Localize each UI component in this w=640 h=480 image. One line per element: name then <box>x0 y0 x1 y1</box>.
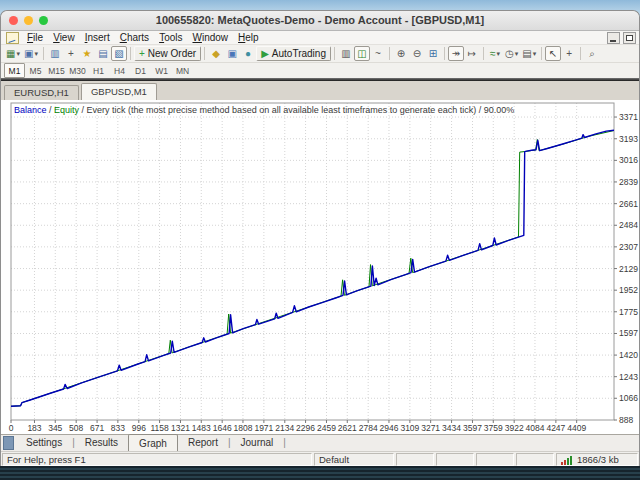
period-m5[interactable]: M5 <box>25 63 46 78</box>
svg-text:4247: 4247 <box>546 423 565 433</box>
menu-file[interactable]: File <box>22 32 48 43</box>
menu-charts[interactable]: Charts <box>115 32 154 43</box>
experts-button[interactable]: ▣ <box>224 46 240 61</box>
period-m30[interactable]: M30 <box>67 63 88 78</box>
main-toolbar: ▦▾▣▾▥+★▤▧+New Order◆▣●▶AutoTrading▥◫~⊕⊖⊞… <box>1 45 639 63</box>
svg-text:1808: 1808 <box>234 423 253 433</box>
status-traffic-text: 1866/3 kb <box>577 454 619 465</box>
period-d1[interactable]: D1 <box>130 63 151 78</box>
svg-text:3922: 3922 <box>505 423 524 433</box>
tab-results[interactable]: Results <box>75 435 128 451</box>
chart-shift-button[interactable]: ↦ <box>464 46 480 61</box>
menu-bar: FileViewInsertChartsToolsWindowHelp <box>1 31 639 45</box>
svg-text:3271: 3271 <box>421 423 440 433</box>
metaeditor-button[interactable]: ◆ <box>208 46 224 61</box>
menu-window[interactable]: Window <box>187 32 233 43</box>
cursor-button[interactable]: ↖ <box>545 46 561 61</box>
navigator-button[interactable]: ★ <box>79 46 95 61</box>
new-chart-button[interactable]: ▦▾ <box>4 46 22 61</box>
magnifier-button[interactable]: ⌕ <box>584 46 600 61</box>
chart-tab-gbpusd-m1[interactable]: GBPUSD,M1 <box>81 83 157 100</box>
terminal-button[interactable]: ▤ <box>95 46 111 61</box>
chevron-down-icon[interactable]: ▾ <box>496 50 500 57</box>
chevron-down-icon[interactable]: ▾ <box>533 50 537 57</box>
status-empty-cell <box>436 453 474 466</box>
svg-text:3193: 3193 <box>619 134 638 144</box>
svg-text:2459: 2459 <box>317 423 336 433</box>
tile-windows-button[interactable]: ⊞ <box>425 46 441 61</box>
minimize-button[interactable] <box>24 16 33 25</box>
menu-tools[interactable]: Tools <box>154 32 187 43</box>
zoom-out-button[interactable]: ⊖ <box>409 46 425 61</box>
status-empty-cell <box>476 453 514 466</box>
data-window-button[interactable]: + <box>63 46 79 61</box>
mdi-minimize-icon[interactable] <box>607 32 620 44</box>
profiles-button[interactable]: ▣▾ <box>22 46 40 61</box>
menu-view[interactable]: View <box>48 32 80 43</box>
period-h4[interactable]: H4 <box>109 63 130 78</box>
tester-graph: 0183345508671833996115813211483164618081… <box>1 100 640 434</box>
chart-tab-eurusd-h1[interactable]: EURUSD,H1 <box>4 85 79 100</box>
status-connection: 1866/3 kb <box>556 453 638 466</box>
tab-report[interactable]: Report <box>178 435 228 451</box>
period-h1[interactable]: H1 <box>88 63 109 78</box>
svg-text:3759: 3759 <box>484 423 503 433</box>
zoom-button[interactable] <box>39 16 48 25</box>
period-w1[interactable]: W1 <box>151 63 172 78</box>
templates-button[interactable]: ▤▾ <box>520 46 538 61</box>
profiles-icon: ▣ <box>24 49 33 59</box>
period-m15[interactable]: M15 <box>46 63 67 78</box>
svg-text:2946: 2946 <box>380 423 399 433</box>
market-watch-button[interactable]: ▥ <box>47 46 63 61</box>
tester-tab-bar: Settings|ResultsGraphReport|Journal| <box>1 434 639 451</box>
market-watch-icon: ▥ <box>50 49 59 59</box>
status-help-text: For Help, press F1 <box>2 453 312 466</box>
navigator-icon: ★ <box>82 49 91 59</box>
auto-scroll-icon: ↠ <box>452 49 460 59</box>
period-mn[interactable]: MN <box>172 63 193 78</box>
line-chart-button[interactable]: ~ <box>370 46 386 61</box>
svg-text:3597: 3597 <box>463 423 482 433</box>
line-chart-icon: ~ <box>375 49 381 59</box>
experts-icon: ▣ <box>227 49 236 59</box>
bar-chart-button[interactable]: ▥ <box>338 46 354 61</box>
periods-button[interactable]: ◷▾ <box>503 46 520 61</box>
status-bar: For Help, press F1 Default 1866/3 kb <box>1 451 639 466</box>
crosshair-button[interactable]: + <box>561 46 577 61</box>
chevron-down-icon[interactable]: ▾ <box>515 50 519 57</box>
toolbar-separator <box>130 47 131 60</box>
svg-text:1066: 1066 <box>619 393 638 403</box>
autotrading-button[interactable]: ▶AutoTrading <box>256 46 331 61</box>
toolbar-separator <box>444 47 445 60</box>
strategy-tester-button[interactable]: ▧ <box>111 46 127 61</box>
menu-help[interactable]: Help <box>233 32 264 43</box>
zoom-in-icon: ⊕ <box>397 49 405 59</box>
indicators-button[interactable]: ≈▾ <box>487 46 503 61</box>
zoom-in-button[interactable]: ⊕ <box>393 46 409 61</box>
options-button[interactable]: ● <box>240 46 256 61</box>
auto-scroll-button[interactable]: ↠ <box>448 46 464 61</box>
cursor-icon: ↖ <box>549 49 557 59</box>
status-empty-cell <box>396 453 434 466</box>
mdi-restore-icon[interactable] <box>623 32 636 44</box>
period-m1[interactable]: M1 <box>4 63 25 78</box>
tab-journal[interactable]: Journal <box>231 435 284 451</box>
bar-chart-icon: ▥ <box>341 49 350 59</box>
close-button[interactable] <box>9 16 18 25</box>
chevron-down-icon[interactable]: ▾ <box>34 50 38 57</box>
svg-text:4409: 4409 <box>567 423 586 433</box>
candlestick-chart-button[interactable]: ◫ <box>354 46 370 61</box>
svg-text:2484: 2484 <box>619 220 638 230</box>
menu-insert[interactable]: Insert <box>80 32 115 43</box>
chevron-down-icon[interactable]: ▾ <box>16 50 20 57</box>
graph-header-segment: Balance <box>14 105 47 115</box>
svg-text:0: 0 <box>9 423 14 433</box>
title-bar: 100655820: MetaQuotes-Demo - Demo Accoun… <box>1 11 639 31</box>
templates-icon: ▤ <box>522 49 531 59</box>
svg-text:1971: 1971 <box>254 423 273 433</box>
window-title: 100655820: MetaQuotes-Demo - Demo Accoun… <box>1 11 639 30</box>
tab-settings[interactable]: Settings <box>16 435 72 451</box>
tab-graph[interactable]: Graph <box>128 434 178 451</box>
svg-text:2784: 2784 <box>359 423 378 433</box>
new-order-button[interactable]: +New Order <box>134 46 201 61</box>
